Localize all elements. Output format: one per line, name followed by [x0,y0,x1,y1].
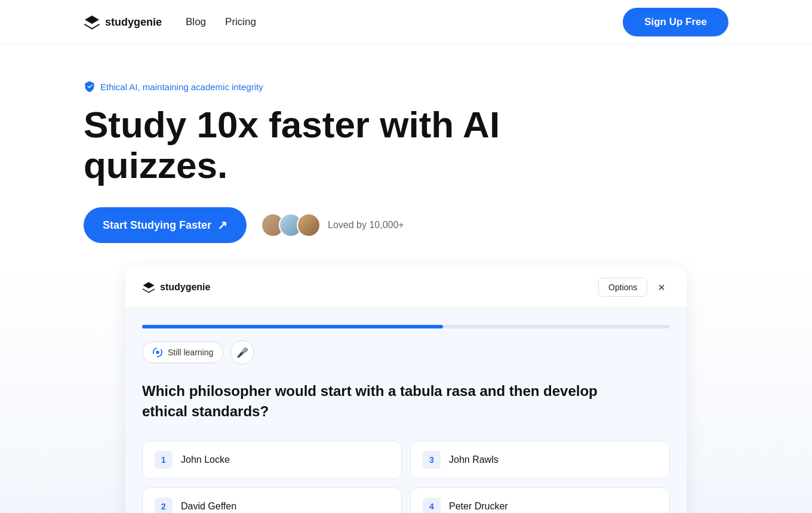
card-logo: studygenie [142,281,210,294]
card-logo-text: studygenie [160,282,210,293]
card-header-actions: Options × [598,278,670,297]
card-header: studygenie Options × [125,267,687,308]
still-learning-icon [152,347,163,358]
card-controls: Still learning 🎤 [142,340,670,364]
answer-num-4: 4 [423,497,441,513]
card-body: Still learning 🎤 Which philosopher would… [125,308,687,513]
still-learning-button[interactable]: Still learning [142,342,223,363]
question-text: Which philosopher would start with a tab… [142,381,608,421]
hero-badge: Ethical AI, maintaining academic integri… [84,81,728,93]
mic-button[interactable]: 🎤 [230,340,254,364]
answer-num-2: 2 [155,497,173,513]
card-wrapper: studygenie Options × Still learning [0,267,812,513]
nav-logo[interactable]: studygenie [84,14,162,30]
hero-section: Ethical AI, maintaining academic integri… [0,45,812,243]
social-proof: Loved by 10,000+ [261,213,404,237]
arrow-icon: ↗ [217,218,227,232]
answer-item-4[interactable]: 4 Peter Drucker [410,487,670,513]
still-learning-label: Still learning [168,348,213,357]
answer-item-2[interactable]: 2 David Geffen [142,487,402,513]
signup-button[interactable]: Sign Up Free [623,8,728,36]
hero-badge-text: Ethical AI, maintaining academic integri… [100,82,263,92]
logo-icon [84,14,100,30]
hero-title: Study 10x faster with AI quizzes. [84,105,597,186]
answer-num-3: 3 [423,451,441,469]
nav-logo-text: studygenie [105,16,162,29]
answer-text-4: Peter Drucker [449,501,508,512]
nav-link-pricing[interactable]: Pricing [225,16,256,28]
mic-icon: 🎤 [236,347,248,358]
navbar: studygenie Blog Pricing Sign Up Free [0,0,812,45]
social-proof-text: Loved by 10,000+ [328,220,404,231]
answers-grid: 1 John Locke 3 John Rawls 2 David Geffen… [142,441,670,513]
answer-text-3: John Rawls [449,454,499,465]
shield-icon [84,81,96,93]
answer-text-2: David Geffen [181,501,236,512]
hero-cta-label: Start Studying Faster [103,219,211,232]
hero-cta-button[interactable]: Start Studying Faster ↗ [84,207,247,243]
answer-item-3[interactable]: 3 John Rawls [410,441,670,479]
avatar [297,213,321,237]
card-logo-icon [142,281,155,294]
progress-bar-track [142,325,670,328]
nav-link-blog[interactable]: Blog [186,16,206,28]
hero-actions: Start Studying Faster ↗ Loved by 10,000+ [84,207,728,243]
answer-item-1[interactable]: 1 John Locke [142,441,402,479]
close-button[interactable]: × [653,278,670,297]
svg-point-1 [156,351,159,354]
study-card: studygenie Options × Still learning [125,267,687,513]
options-button[interactable]: Options [598,278,647,297]
progress-bar-fill [142,325,443,328]
answer-text-1: John Locke [181,454,230,465]
answer-num-1: 1 [155,451,173,469]
nav-links: Blog Pricing [186,16,256,28]
avatar-group [261,213,321,237]
